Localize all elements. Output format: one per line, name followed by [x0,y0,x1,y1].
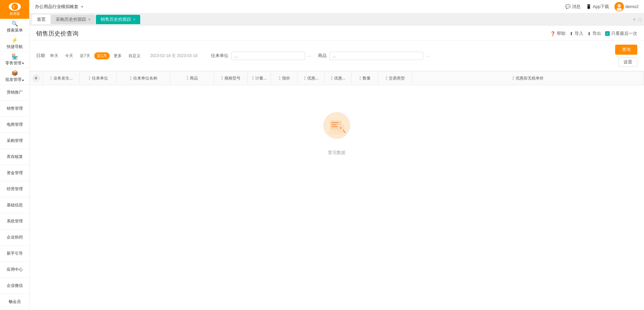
page-title: 销售历史价查询 [36,30,78,38]
sort-unit-icon: ▲▼ [252,75,254,81]
th-unit-id-label: 往来单位 [92,75,108,81]
th-trade[interactable]: ▲▼ 交易类型 [378,71,412,85]
date-opt-custom[interactable]: 自定义 [126,52,143,59]
export-button[interactable]: ⬇ 导出 [587,31,601,37]
topbar-left: 办公用品行业模拟账套 ▾ [35,4,83,10]
th-unit-id[interactable]: ▲▼ 往来单位 [80,71,117,85]
sidebar-item-basic[interactable]: 基础信息 [0,197,29,213]
tab-purchase-history[interactable]: 采购历史价跟踪 × [51,15,95,24]
topbar-title: 办公用品行业模拟账套 [35,4,78,10]
app-download-button[interactable]: 📱 App下载 [586,4,609,10]
export-label: 导出 [592,31,601,37]
svg-rect-7 [331,122,339,123]
sidebar-item-finance[interactable]: 资金管理 [0,165,29,181]
sidebar-item-inventory-label: 库存核算 [7,154,23,160]
tab-sales-close[interactable]: × [133,17,136,22]
wholesale-arrow-icon: ▴ [22,78,24,82]
sidebar-item-sales[interactable]: 销售管理 [0,101,29,117]
sidebar-item-app-center[interactable]: 应用中心 [0,262,29,278]
filter-bar: 日期 昨天 今天 近7天 近1月 更多 自定义 2023-02-18 至 202… [30,41,644,71]
unit-filter-ellipsis[interactable]: ··· [308,53,311,58]
date-opt-yesterday[interactable]: 昨天 [48,52,61,59]
goods-filter-ellipsis[interactable]: ··· [426,53,430,58]
date-filter-label: 日期 [36,53,45,59]
date-opt-7days[interactable]: 近7天 [77,52,93,59]
user-button[interactable]: demo2 [614,2,639,11]
th-qty[interactable]: ▲▼ 数量 [352,71,378,85]
import-button[interactable]: ⬆ 导入 [570,31,583,37]
tab-purchase-close[interactable]: × [88,17,91,22]
th-pretax-label: 优惠前无税单价 [516,75,544,81]
data-table: ⚙ ▲▼ 业务发生... ▲▼ 往来单位 ▲▼ 往来单位名称 ▲▼ 商品 [30,71,644,183]
window-maximize-button[interactable]: □ [639,17,641,22]
sort-quote-icon: ▲▼ [278,75,281,81]
topbar-dropdown-icon[interactable]: ▾ [81,4,83,9]
th-unit-name[interactable]: ▲▼ 往来单位名称 [117,71,170,85]
tab-sales-history[interactable]: 销售历史价跟踪 × [96,15,140,24]
th-settings[interactable]: ⚙ [30,71,43,85]
last-one-checkbox[interactable]: ✓ 只看最后一次 [605,31,637,37]
date-range-display: 2023-02-18 至 2023-03-18 [150,53,197,59]
app-download-icon: 📱 [586,4,591,9]
sidebar-item-guide[interactable]: 新手引导 [0,246,29,262]
window-close-button[interactable]: × [633,17,636,22]
sidebar-item-system[interactable]: 系统管理 [0,213,29,229]
sort-trade-icon: ▲▼ [385,75,388,81]
th-spec-label: 规格型号 [224,75,240,81]
sidebar-item-guide-label: 新手引导 [7,251,23,256]
table-settings-icon[interactable]: ⚙ [33,75,40,82]
th-spec[interactable]: ▲▼ 规格型号 [214,71,248,85]
topbar-right: 💬 消息 📱 App下载 demo2 [565,2,639,11]
sidebar-item-wechat[interactable]: 企业微信 [0,278,29,294]
message-label: 消息 [572,4,581,10]
sidebar-item-ecommerce[interactable]: 电商管理 [0,117,29,133]
sidebar-item-inventory[interactable]: 库存核算 [0,149,29,165]
th-biz-date[interactable]: ▲▼ 业务发生... [43,71,80,85]
sort-disc1-icon: ▲▼ [304,75,306,81]
help-label: 帮助 [557,31,566,37]
query-button[interactable]: 查询 [615,45,637,55]
tab-bar: 首页 采购历史价跟踪 × 销售历史价跟踪 × × □ [30,13,644,25]
page-header: 销售历史价查询 ❓ 帮助 ⬆ 导入 ⬇ 导出 ✓ 只 [30,25,644,41]
goods-filter-input[interactable] [329,52,423,60]
retail-arrow-icon: ▾ [22,61,24,65]
sidebar-item-system-label: 系统管理 [7,218,23,224]
filter-actions: 查询 设置 [615,45,637,67]
th-pretax[interactable]: ▲▼ 优惠前无税单价 [412,71,644,85]
empty-state: 暂无数据 [30,85,644,183]
sidebar-item-member[interactable]: 畅会员 [0,294,29,310]
search-icon: 🔍 [11,20,18,27]
th-unit[interactable]: ▲▼ 计量... [248,71,271,85]
date-opt-more[interactable]: 更多 [111,52,124,59]
sidebar-item-quick-nav[interactable]: ⚡ 快捷导航 [0,35,29,52]
tab-home[interactable]: 首页 [32,15,50,24]
sidebar-logo[interactable]: 6 标准版 [0,0,29,19]
sidebar-item-enterprise[interactable]: 企业协同 [0,229,29,246]
message-button[interactable]: 💬 消息 [565,4,581,10]
user-avatar [614,2,624,11]
sidebar-item-retail[interactable]: 🏪 零售管理 ▾ [0,52,29,68]
sidebar-item-ecommerce-label: 电商管理 [7,122,23,127]
sort-goods-icon: ▲▼ [186,75,189,81]
sidebar-item-basic-label: 基础信息 [7,202,23,208]
sidebar-item-search-label: 搜索菜单 [7,28,23,33]
th-quote[interactable]: ▲▼ 报价 [271,71,298,85]
help-button[interactable]: ❓ 帮助 [550,31,566,37]
wholesale-icon: 📦 [11,70,18,76]
th-disc1[interactable]: ▲▼ 优惠... [298,71,325,85]
sidebar-item-wholesale[interactable]: 📦 批发管理 ▴ [0,68,29,85]
sort-biz-date-icon: ▲▼ [50,75,52,81]
page-actions: ❓ 帮助 ⬆ 导入 ⬇ 导出 ✓ 只看最后一次 [550,31,637,37]
sidebar-item-operations[interactable]: 经营管理 [0,181,29,197]
th-disc2[interactable]: ▲▼ 优惠... [325,71,352,85]
th-goods[interactable]: ▲▼ 商品 [170,71,214,85]
sidebar-item-marketing[interactable]: 营销推广 [0,85,29,101]
unit-filter-input[interactable] [231,52,305,60]
sidebar-item-search[interactable]: 🔍 搜索菜单 [0,19,29,35]
settings-button[interactable]: 设置 [619,57,637,67]
sort-spec-icon: ▲▼ [221,75,223,81]
import-label: 导入 [575,31,583,37]
sidebar-item-purchase[interactable]: 采购管理 [0,133,29,149]
date-opt-today[interactable]: 今天 [62,52,76,59]
date-opt-1month[interactable]: 近1月 [94,52,110,59]
